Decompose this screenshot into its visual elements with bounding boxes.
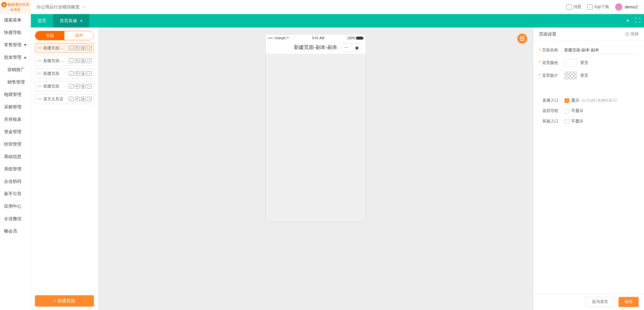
sidebar-item-operations[interactable]: 经营管理 [0, 138, 31, 151]
required-star: * [539, 60, 541, 65]
bg-color-swatch[interactable] [564, 59, 577, 67]
export-icon[interactable]: ↗ [87, 84, 92, 89]
sidebar-item-ecommerce[interactable]: 电商管理 [0, 89, 31, 101]
seg-component-button[interactable]: 组件 [64, 31, 94, 40]
nav-checkbox[interactable] [565, 109, 569, 113]
settings-footer: 设为首页 保存 [534, 293, 644, 310]
sidebar-item-finance[interactable]: 资金管理 [0, 126, 31, 138]
page-card-4[interactable]: 昊天文具店 ⌂ ⧉ 🗑 ↗ [35, 94, 94, 104]
service-show-label: 不显示 [571, 118, 583, 124]
workspace: 页面 组件 新建页面-副本-... ⌂ ⧉ 🗑 ↗ 新建页面-副本 [31, 28, 644, 310]
drag-handle-icon[interactable] [37, 58, 42, 63]
panel-toggle-button[interactable] [517, 34, 527, 44]
export-icon[interactable]: ↗ [87, 71, 92, 76]
live-checkbox[interactable]: ✓ [565, 98, 569, 103]
drag-handle-icon[interactable] [37, 97, 42, 101]
sidebar-item-system[interactable]: 系统管理 [0, 163, 31, 175]
copy-icon[interactable]: ⧉ [75, 46, 79, 50]
service-checkbox[interactable] [565, 119, 569, 124]
sidebar-item-collab[interactable]: 企业协同 [0, 175, 31, 188]
sidebar-item-marketing[interactable]: 营销推广 [0, 64, 31, 76]
new-page-button[interactable]: + 新建页面 [35, 295, 94, 307]
sidebar-item-retail[interactable]: 零售管理 [0, 39, 31, 51]
delete-icon[interactable]: 🗑 [81, 46, 86, 50]
delete-icon[interactable]: 🗑 [81, 84, 86, 89]
close-all-button[interactable]: × [624, 17, 632, 25]
phone-status-bar: chanjet 9:41 AM 100% [266, 35, 366, 41]
settings-title: 页面设置 [539, 31, 556, 37]
sidebar-item-sales[interactable]: 销售管理 [0, 76, 31, 89]
sidebar-item-basic-info[interactable]: 基础信息 [0, 151, 31, 163]
page-actions: ⌂ ⧉ 🗑 ↗ [69, 71, 92, 76]
org-selector[interactable]: 办公用品行业模拟账套 [36, 4, 86, 10]
logo-brand: 畅捷通好生意 [7, 2, 30, 7]
export-icon[interactable]: ↗ [87, 58, 92, 63]
page-card-label: 新建页面 [43, 71, 67, 76]
delete-icon[interactable]: 🗑 [81, 58, 86, 63]
delete-icon[interactable]: 🗑 [81, 97, 86, 101]
page-card-3[interactable]: 新建页面 ⌂ ⧉ 🗑 ↗ [35, 81, 94, 91]
sidebar-item-inventory[interactable]: 库存核算 [0, 113, 31, 126]
copy-icon[interactable]: ⧉ [75, 97, 79, 101]
sidebar-item-wechat[interactable]: 企业微信 [0, 213, 31, 225]
sidebar-item-member[interactable]: 畅会员 [0, 225, 31, 238]
live-hint: (仅当进行直播时展示) [581, 98, 617, 103]
app-download-label: App下载 [594, 4, 609, 10]
page-name-input[interactable] [564, 46, 639, 54]
sidebar-item-purchase[interactable]: 采购管理 [0, 101, 31, 113]
sidebar-item-quick-nav[interactable]: 快捷导航 [0, 27, 31, 39]
close-icon[interactable]: × [80, 18, 83, 23]
tab-bar-right: × ⛶ [624, 17, 644, 25]
field-bg-color: * 背景颜色 重置 [539, 59, 639, 67]
play-icon [625, 32, 629, 36]
field-bottom-nav: 底部导航 不显示 [539, 108, 639, 114]
copy-icon[interactable]: ⧉ [75, 84, 79, 89]
tab-page-decor[interactable]: 首页装修 × [53, 14, 89, 28]
avatar [615, 3, 623, 11]
phone-body[interactable] [266, 54, 366, 222]
required-star: * [539, 48, 541, 53]
drag-handle-icon[interactable] [37, 46, 42, 50]
capsule-menu-icon[interactable]: ⋯ [341, 43, 352, 52]
capsule-close-icon[interactable]: ◉ [352, 43, 362, 52]
video-tutorial-link[interactable]: 视频 [625, 31, 639, 37]
bg-color-reset[interactable]: 重置 [580, 60, 588, 66]
page-card-0[interactable]: 新建页面-副本-... ⌂ ⧉ 🗑 ↗ [35, 43, 94, 53]
save-button[interactable]: 保存 [619, 297, 639, 307]
bg-color-label: 背景颜色 [542, 60, 564, 66]
page-card-2[interactable]: 新建页面 ⌂ ⧉ 🗑 ↗ [35, 68, 94, 79]
drag-handle-icon[interactable] [37, 71, 42, 76]
export-icon[interactable]: ↗ [87, 97, 92, 101]
bg-image-picker[interactable] [564, 71, 577, 80]
tab-home[interactable]: 首页 [31, 14, 53, 28]
page-actions: ⌂ ⧉ 🗑 ↗ [69, 97, 92, 101]
carrier-label: chanjet [275, 36, 285, 40]
logo-mark-icon: b [1, 2, 7, 7]
home-icon[interactable]: ⌂ [69, 84, 73, 89]
drag-handle-icon[interactable] [37, 84, 42, 89]
page-list-panel: 页面 组件 新建页面-副本-... ⌂ ⧉ 🗑 ↗ 新建页面-副本 [31, 28, 98, 310]
sidebar-item-app-center[interactable]: 应用中心 [0, 200, 31, 213]
sidebar-item-search[interactable]: 搜索菜单 [0, 14, 31, 27]
seg-page-button[interactable]: 页面 [35, 31, 64, 40]
home-icon[interactable]: ⌂ [69, 58, 73, 63]
set-home-button[interactable]: 设为首页 [586, 297, 614, 307]
download-icon: ↓ [587, 4, 593, 10]
app-download-link[interactable]: ↓ App下载 [587, 4, 609, 10]
bg-image-reset[interactable]: 重置 [580, 73, 588, 79]
sidebar-item-guide[interactable]: 新手引导 [0, 188, 31, 200]
export-icon[interactable]: ↗ [87, 46, 92, 50]
home-icon[interactable]: ⌂ [69, 46, 73, 50]
home-icon[interactable]: ⌂ [69, 97, 73, 101]
delete-icon[interactable]: 🗑 [81, 71, 86, 76]
home-icon[interactable]: ⌂ [69, 71, 73, 76]
sidebar-item-wholesale[interactable]: 批发管理 [0, 51, 31, 64]
page-card-1[interactable]: 新建页面-副本 ⌂ ⧉ 🗑 ↗ [35, 56, 94, 66]
copy-icon[interactable]: ⧉ [75, 58, 79, 63]
field-service-entry: 客服入口 不显示 [539, 118, 639, 124]
user-menu[interactable]: demo2 [615, 3, 638, 11]
copy-icon[interactable]: ⧉ [75, 71, 79, 76]
wifi-icon [286, 37, 289, 39]
messages-link[interactable]: … 消息 [567, 4, 581, 10]
fullscreen-button[interactable]: ⛶ [634, 17, 642, 25]
